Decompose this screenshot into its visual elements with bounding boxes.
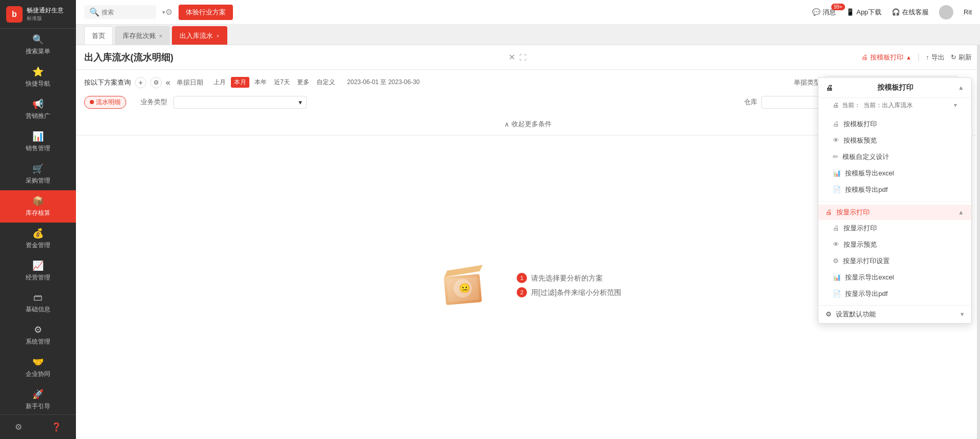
logo-text-block: 畅捷通好生意 标准版 [27, 6, 64, 22]
sidebar-item-guide[interactable]: 🚀 新手引导 [0, 384, 76, 414]
right-resize-bar[interactable] [977, 45, 980, 439]
display-print-section: 🖨 按显示打印 ▲ 🖨 按显示打印 👁 按显示预览 [818, 202, 971, 306]
partner-icon: 🤝 [32, 356, 44, 368]
topbar-gear-icon[interactable]: ⚙ [165, 7, 172, 17]
refresh-icon: ↻ [951, 53, 956, 61]
inventory-icon: 📦 [32, 195, 44, 207]
topbar-app-download[interactable]: 📱 App下载 [846, 8, 881, 17]
tab-batch-ledger[interactable]: 库存批次账 × [115, 26, 170, 45]
dp-template-preview-label: 按模板预览 [844, 136, 877, 145]
filter-setting-icon[interactable]: ⚙ [150, 77, 162, 88]
tab-batch-ledger-close[interactable]: × [159, 33, 162, 39]
dp-disp-printer-icon: 🖨 [833, 224, 839, 232]
export-button[interactable]: ↑ 导出 [926, 53, 945, 62]
sidebar: b 畅捷通好生意 标准版 🔍 搜索菜单 ⭐ 快捷导航 📢 营销推广 📊 销售管理… [0, 0, 76, 439]
topbar-service[interactable]: 🎧 在线客服 [892, 8, 929, 17]
star-icon: ⭐ [32, 66, 44, 77]
dp-display-print-settings-label: 按显示打印设置 [843, 256, 890, 266]
sidebar-label-shortcut: 快捷导航 [26, 79, 50, 88]
empty-step-2: 2 用[过滤]条件来缩小分析范围 [517, 287, 621, 297]
tabs-bar: 首页 库存批次账 × 出入库流水 × [76, 25, 980, 45]
display-print-section-header[interactable]: 🖨 按显示打印 ▲ [818, 205, 971, 220]
sidebar-help-btn[interactable]: ❓ [51, 422, 62, 432]
topbar-username[interactable]: Rit [964, 8, 972, 16]
date-shortcut-more[interactable]: 更多 [295, 77, 311, 88]
page-expand-button[interactable]: ⛶ [519, 53, 526, 62]
tab-inout-flow[interactable]: 出入库流水 × [172, 26, 227, 45]
dropdown-chevron[interactable]: ▲ [958, 84, 964, 91]
template-print-label: 按模板打印 [870, 53, 904, 62]
logo-title: 畅捷通好生意 [27, 6, 64, 15]
page-title: 出入库流水(流水明细) [84, 51, 173, 64]
dp-pdf-icon: 📄 [833, 186, 841, 193]
sidebar-item-search[interactable]: 🔍 搜索菜单 [0, 29, 76, 61]
sidebar-item-basic[interactable]: 🗃 基础信息 [0, 287, 76, 319]
date-shortcut-this-month[interactable]: 本月 [231, 77, 249, 88]
sidebar-item-system[interactable]: ⚙ 系统管理 [0, 319, 76, 351]
dp-template-customize-item[interactable]: ✏ 模板自定义设计 [818, 149, 971, 165]
date-shortcut-this-year[interactable]: 本年 [252, 77, 269, 88]
sidebar-settings-btn[interactable]: ⚙ [15, 422, 22, 432]
dp-display-export-pdf-item[interactable]: 📄 按显示导出pdf [818, 286, 971, 302]
dp-display-export-excel-item[interactable]: 📊 按显示导出excel [818, 269, 971, 286]
dp-template-export-excel-item[interactable]: 📊 按模板导出excel [818, 165, 971, 182]
dp-display-print-settings-item[interactable]: ⚙ 按显示打印设置 [818, 253, 971, 269]
voucher-type-label: 单据类型 [794, 78, 820, 87]
dp-display-export-excel-label: 按显示导出excel [845, 273, 894, 282]
chevron-up-icon: ▲ [906, 54, 911, 61]
dp-disp-settings-icon: ⚙ [833, 257, 839, 265]
sidebar-item-partner[interactable]: 🤝 企业协同 [0, 351, 76, 384]
filter-add-button[interactable]: + [135, 77, 146, 88]
date-shortcut-last-month[interactable]: 上月 [211, 77, 228, 88]
sidebar-item-shortcut[interactable]: ⭐ 快捷导航 [0, 61, 76, 93]
sidebar-item-marketing[interactable]: 📢 营销推广 [0, 93, 76, 126]
step-text-1: 请先选择要分析的方案 [531, 273, 603, 283]
biz-type-select[interactable]: ▾ [173, 96, 307, 109]
filter-scheme-label: 按以下方案查询 [84, 78, 131, 87]
template-print-dropdown: 🖨 按模板打印 ▲ 🖨 当前： 当前：出入库流水 ▾ 🖨 [818, 77, 972, 324]
tab-home[interactable]: 首页 [84, 26, 113, 45]
page-close-button[interactable]: ✕ [508, 52, 515, 62]
topbar-message[interactable]: 💬 消息 99+ [812, 8, 836, 17]
sidebar-label-operations: 经营管理 [26, 273, 50, 282]
sidebar-label-basic: 基础信息 [26, 305, 50, 314]
dp-excel-icon: 📊 [833, 169, 841, 177]
collapse-button[interactable]: ∧ 收起更多条件 [504, 119, 552, 129]
refresh-button[interactable]: ↻ 刷新 [951, 53, 972, 62]
sidebar-item-purchase[interactable]: 🛒 采购管理 [0, 158, 76, 190]
sidebar-item-sales[interactable]: 📊 销售管理 [0, 126, 76, 158]
sidebar-item-finance[interactable]: 💰 资金管理 [0, 223, 76, 255]
dp-template-print-label: 按模板打印 [844, 119, 877, 129]
tab-inout-flow-close[interactable]: × [216, 33, 219, 39]
sidebar-item-inventory[interactable]: 📦 库存核算 [0, 190, 76, 223]
date-shortcut-custom[interactable]: 自定义 [315, 77, 337, 88]
topbar-search-box[interactable]: 🔍 [84, 5, 156, 19]
page-actions: 🖨 按模板打印 ▲ | ↑ 导出 ↻ 刷新 🖨 按模板打印 [861, 53, 972, 62]
dp-footer-icon: ⚙ [826, 310, 832, 318]
display-print-section-label: 按显示打印 [836, 208, 870, 217]
sidebar-item-operations[interactable]: 📈 经营管理 [0, 255, 76, 287]
dp-display-preview-item[interactable]: 👁 按显示预览 [818, 236, 971, 253]
dp-template-print-item[interactable]: 🖨 按模板打印 [818, 116, 971, 132]
dropdown-footer[interactable]: ⚙ 设置默认功能 ▾ [818, 306, 971, 323]
search-icon: 🔍 [89, 7, 100, 17]
current-label: 当前： [842, 101, 860, 110]
filter-collapse-icon[interactable]: « [166, 78, 170, 87]
search-input[interactable] [102, 9, 153, 16]
topbar-right: 💬 消息 99+ 📱 App下载 🎧 在线客服 Rit [812, 5, 972, 19]
topbar-avatar[interactable] [939, 5, 953, 19]
dropdown-title: 按模板打印 [877, 83, 913, 92]
template-print-button[interactable]: 🖨 按模板打印 ▲ [861, 53, 911, 62]
content-area: 出入库流水(流水明细) ✕ ⛶ 🖨 按模板打印 ▲ | ↑ 导出 ↻ 刷新 [76, 45, 980, 439]
dp-footer-chevron: ▾ [961, 310, 964, 318]
sidebar-label-inventory: 库存核算 [26, 209, 50, 217]
dp-display-print-item[interactable]: 🖨 按显示打印 [818, 220, 971, 236]
app-download-label: App下载 [856, 8, 881, 17]
saved-filter-tag[interactable]: 流水明细 [84, 96, 126, 109]
industry-btn[interactable]: 体验行业方案 [179, 5, 233, 20]
dp-template-preview-item[interactable]: 👁 按模板预览 [818, 132, 971, 149]
dp-template-export-pdf-item[interactable]: 📄 按模板导出pdf [818, 182, 971, 198]
date-shortcut-7days[interactable]: 近7天 [272, 77, 292, 88]
dp-template-export-pdf-label: 按模板导出pdf [845, 185, 888, 194]
date-range-display: 2023-06-01 至 2023-06-30 [347, 78, 420, 87]
